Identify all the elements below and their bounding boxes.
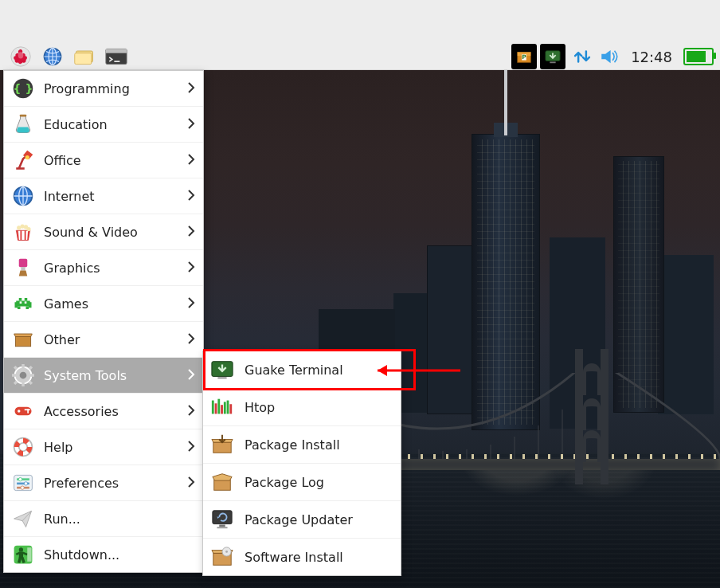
svg-point-69 [24, 482, 27, 485]
svg-rect-85 [224, 402, 226, 414]
sliders-icon [10, 470, 36, 496]
menu-item-accessories[interactable]: Accessories [4, 394, 203, 429]
swiss-knife-icon [10, 398, 36, 424]
menu-item-system-tools[interactable]: System Tools [4, 358, 203, 394]
svg-text:P: P [522, 53, 526, 61]
svg-point-95 [225, 551, 228, 553]
submenu-item-package-install[interactable]: Package Install [203, 426, 401, 464]
htop-icon [209, 394, 235, 420]
package-open-icon [209, 469, 235, 495]
svg-rect-82 [215, 403, 217, 414]
chevron-right-icon [187, 81, 195, 96]
gear-icon [10, 363, 36, 388]
svg-rect-89 [214, 480, 231, 490]
menu-item-internet[interactable]: Internet [4, 178, 203, 214]
file-manager-launcher[interactable] [68, 43, 100, 70]
start-button[interactable] [5, 43, 37, 70]
menu-item-shutdown[interactable]: Shutdown... [4, 537, 203, 572]
svg-rect-5 [75, 53, 92, 65]
svg-point-68 [18, 477, 22, 480]
submenu-item-label: Guake Terminal [245, 363, 343, 378]
submenu-item-htop[interactable]: Htop [203, 389, 401, 426]
submenu-item-package-log[interactable]: Package Log [203, 464, 401, 501]
svg-rect-81 [212, 401, 214, 414]
menu-item-label: Accessories [44, 404, 187, 419]
menu-item-preferences[interactable]: Preferences [4, 465, 203, 501]
space-invader-icon [10, 291, 36, 316]
menu-item-label: Sound & Video [44, 225, 187, 240]
svg-rect-45 [20, 301, 22, 304]
svg-rect-50 [22, 382, 25, 386]
package-disc-icon [209, 544, 235, 570]
menu-item-other[interactable]: Other [4, 322, 203, 358]
chevron-right-icon [187, 440, 195, 455]
svg-rect-37 [21, 267, 25, 270]
menu-item-label: Programming [44, 81, 187, 96]
submenu-item-label: Htop [245, 400, 275, 415]
menu-item-office[interactable]: Office [4, 143, 203, 178]
svg-rect-49 [22, 364, 25, 368]
menu-item-graphics[interactable]: Graphics [4, 250, 203, 286]
terminal-launcher[interactable] [100, 43, 132, 70]
volume-icon[interactable] [596, 43, 623, 70]
network-icon[interactable] [569, 43, 596, 70]
tray-package-icon[interactable]: P [511, 44, 537, 69]
svg-rect-61 [27, 409, 29, 413]
taskbar: P 12:48 [0, 43, 720, 70]
system-tray: P 12:48 [511, 43, 720, 70]
svg-point-59 [18, 410, 21, 413]
submenu-item-guake-terminal[interactable]: Guake Terminal [203, 351, 401, 389]
menu-item-label: Internet [44, 189, 187, 204]
svg-rect-87 [229, 404, 232, 414]
svg-rect-41 [19, 298, 22, 301]
svg-rect-58 [15, 407, 32, 416]
submenu-item-software-install[interactable]: Software Install [203, 539, 401, 575]
applications-menu[interactable]: { } Programming Education Office Interne… [3, 70, 204, 573]
package-down-icon [209, 432, 235, 457]
menu-item-label: Graphics [44, 261, 187, 276]
menu-item-label: Run... [44, 512, 195, 527]
menu-item-education[interactable]: Education [4, 107, 203, 143]
chevron-right-icon [187, 476, 195, 491]
svg-rect-43 [18, 307, 21, 310]
battery-indicator[interactable] [680, 48, 720, 65]
submenu-item-label: Package Updater [245, 512, 353, 527]
svg-rect-44 [26, 307, 29, 310]
clock[interactable]: 12:48 [623, 49, 680, 65]
svg-rect-83 [217, 399, 220, 414]
exit-icon [10, 542, 36, 567]
popcorn-icon [10, 219, 36, 245]
svg-point-1 [18, 52, 24, 58]
tray-guake-icon[interactable] [540, 44, 565, 69]
submenu-item-package-updater[interactable]: Package Updater [203, 501, 401, 539]
svg-point-33 [21, 224, 25, 228]
svg-rect-92 [217, 527, 227, 528]
system-tools-submenu[interactable]: Guake Terminal Htop Package Install Pack… [202, 351, 401, 576]
web-browser-launcher[interactable] [37, 43, 68, 70]
svg-rect-13 [550, 61, 555, 63]
svg-rect-28 [20, 115, 27, 117]
menu-item-programming[interactable]: { } Programming [4, 71, 203, 107]
menu-item-label: Shutdown... [44, 547, 195, 563]
chevron-right-icon [187, 189, 195, 204]
paintbrush-icon [10, 255, 36, 280]
svg-rect-47 [15, 337, 30, 347]
menu-item-run[interactable]: Run... [4, 501, 203, 537]
svg-rect-51 [12, 374, 16, 377]
svg-rect-36 [19, 259, 28, 268]
monitor-refresh-icon [209, 507, 235, 532]
svg-rect-40 [29, 302, 32, 308]
menu-item-help[interactable]: Help [4, 429, 203, 465]
svg-rect-80 [217, 377, 226, 378]
chevron-right-icon [187, 332, 195, 347]
menu-item-sound-video[interactable]: Sound & Video [4, 214, 203, 250]
chevron-right-icon [187, 117, 195, 132]
submenu-item-label: Package Install [245, 437, 340, 453]
svg-point-35 [26, 227, 30, 231]
globe-icon [10, 183, 36, 209]
menu-item-games[interactable]: Games [4, 286, 203, 322]
svg-rect-78 [27, 547, 31, 562]
guake-icon [209, 357, 235, 382]
chevron-right-icon [187, 368, 195, 383]
chevron-right-icon [187, 153, 195, 168]
